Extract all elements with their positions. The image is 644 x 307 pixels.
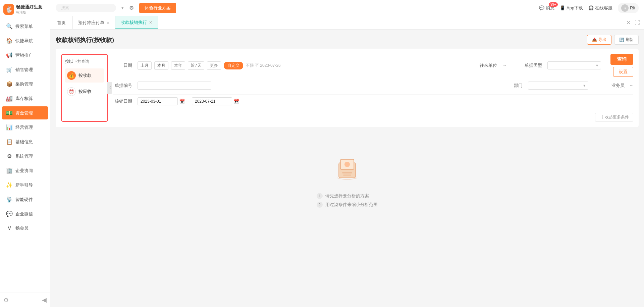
- date-btn-7days[interactable]: 近7天: [188, 61, 204, 70]
- sidebar-item-member[interactable]: V 畅会员: [0, 221, 50, 235]
- collapse-more-button[interactable]: 《 收起更多条件: [595, 113, 633, 122]
- sidebar-item-wechat[interactable]: 💬 企业微信: [0, 207, 50, 221]
- sidebar-item-label: 库存核算: [15, 96, 33, 102]
- receipt-icon: 💰: [67, 71, 76, 80]
- query-type-by-receipt[interactable]: 💰 按收款: [65, 68, 104, 83]
- sidebar-item-label: 基础信息: [15, 139, 33, 145]
- date-btn-last-month[interactable]: 上月: [138, 61, 152, 70]
- user-name: Rit: [630, 5, 635, 10]
- page-actions: 📤 导出 🔄 刷新: [587, 35, 639, 45]
- export-label: 导出: [598, 37, 606, 43]
- tab-prepay[interactable]: 预付冲应付单 ✕: [73, 16, 115, 29]
- collapse-sidebar-icon[interactable]: ◀: [42, 296, 47, 304]
- app-icon: 📱: [560, 5, 565, 10]
- date-btn-this-year[interactable]: 本年: [171, 61, 185, 70]
- tab-collection-verify[interactable]: 收款核销执行 ✕: [115, 16, 158, 29]
- logo-text: 畅捷通好生意 标准版: [16, 4, 42, 14]
- staff-label: 业务员: [606, 83, 625, 89]
- date-label: 日期: [113, 62, 132, 68]
- dept-select[interactable]: ▾: [528, 82, 588, 90]
- enterprise-icon: 🏢: [6, 167, 13, 174]
- home-icon: 🏠: [6, 38, 13, 44]
- collapse-more-label: 收起更多条件: [605, 114, 629, 120]
- sidebar-item-label: 经营管理: [15, 124, 33, 131]
- logo-sub-text: 标准版: [16, 10, 42, 14]
- sidebar-item-marketing[interactable]: 📢 营销推广: [0, 48, 50, 62]
- sidebar-item-quicknav[interactable]: 🏠 快捷导航: [0, 34, 50, 48]
- settings-icon[interactable]: ⚙: [3, 296, 9, 304]
- date-separator: —: [186, 99, 191, 104]
- verify-date-from-calendar-icon[interactable]: 📅: [179, 99, 185, 104]
- sidebar-item-system[interactable]: ⚙ 系统管理: [0, 149, 50, 163]
- sidebar-item-guide[interactable]: ✨ 新手引导: [0, 178, 50, 192]
- tab-home[interactable]: 首页: [50, 16, 73, 29]
- user-profile[interactable]: R Rit: [618, 3, 639, 13]
- date-btn-custom[interactable]: 自定义: [224, 62, 243, 69]
- settings-button[interactable]: 设置: [613, 67, 633, 77]
- online-service-link[interactable]: 🎧 在线客服: [588, 5, 612, 11]
- tab-close-all-icon[interactable]: ✕: [626, 19, 631, 26]
- export-button[interactable]: 📤 导出: [587, 35, 611, 45]
- tab-prepay-close[interactable]: ✕: [106, 20, 110, 25]
- filter-area: 按以下方查询 💰 按收款 ⏰ 按应收 《 日期 上月 本月: [56, 49, 639, 127]
- sidebar-item-hardware[interactable]: 📡 智能硬件: [0, 192, 50, 207]
- sidebar-item-label: 系统管理: [15, 153, 33, 159]
- filter-row-2: 单据编号 部门 ▾ 业务员 ···: [113, 82, 633, 90]
- search-icon: 🔍: [6, 23, 13, 30]
- date-btn-this-month[interactable]: 本月: [154, 61, 168, 70]
- app-logo: 🐇 畅捷通好生意 标准版: [0, 0, 50, 19]
- message-icon: 💬: [539, 5, 544, 10]
- doc-no-input[interactable]: [138, 82, 211, 90]
- verify-date-to-input[interactable]: [192, 97, 232, 105]
- empty-state: 1 请先选择要分析的方案 2 用过滤条件来缩小分析范围: [56, 133, 639, 228]
- date-limit-text: 不限 至 2023-07-26: [246, 63, 281, 68]
- dept-chevron: ▾: [583, 83, 585, 88]
- purchase-icon: 📦: [6, 81, 13, 87]
- tip-number-1: 1: [317, 193, 323, 199]
- messages-badge[interactable]: 💬 消息 99+: [539, 5, 554, 11]
- sidebar-item-label: 企业协同: [15, 168, 33, 174]
- query-type-by-receivable[interactable]: ⏰ 按应收: [65, 85, 104, 99]
- app-download-link[interactable]: 📱 App下载: [560, 5, 583, 11]
- sidebar-item-inventory[interactable]: 🏭 库存核算: [0, 91, 50, 106]
- query-type-title: 按以下方查询: [65, 59, 104, 64]
- tab-expand-icon[interactable]: ⛶: [635, 20, 640, 26]
- main-area: 搜索 ▾ ⚙ 体验行业方案 💬 消息 99+ 📱 App下载 🎧 在线客服 R …: [50, 0, 644, 307]
- sidebar-item-finance[interactable]: 💵 资金管理: [2, 106, 48, 119]
- sidebar-item-label: 企业微信: [15, 211, 33, 217]
- search-placeholder: 搜索: [61, 5, 69, 10]
- doc-type-select[interactable]: ▾: [547, 61, 601, 69]
- empty-tips: 1 请先选择要分析的方案 2 用过滤条件来缩小分析范围: [317, 193, 378, 208]
- tab-collection-verify-label: 收款核销执行: [121, 19, 147, 25]
- sidebar-item-search[interactable]: 🔍 搜索菜单: [0, 19, 50, 34]
- tab-bar-right: ✕ ⛶: [626, 16, 644, 29]
- sidebar-item-sales[interactable]: 🛒 销售管理: [0, 62, 50, 77]
- counterpart-ellipsis[interactable]: ···: [502, 62, 506, 68]
- sales-icon: 🛒: [6, 66, 13, 73]
- basic-info-icon: 📋: [6, 139, 13, 145]
- filter-form: 日期 上月 本月 本年 近7天 更多 自定义 不限 至 2023-07-26 往…: [113, 54, 633, 122]
- svg-rect-4: [343, 174, 351, 176]
- date-btn-more[interactable]: 更多: [207, 61, 221, 70]
- sidebar-item-enterprise[interactable]: 🏢 企业协同: [0, 163, 50, 178]
- gear-icon[interactable]: ⚙: [129, 5, 134, 11]
- guide-icon: ✨: [6, 182, 13, 188]
- industry-solution-button[interactable]: 体验行业方案: [139, 3, 176, 13]
- staff-ellipsis[interactable]: ···: [630, 83, 633, 89]
- sidebar-item-basic-info[interactable]: 📋 基础信息: [0, 135, 50, 149]
- refresh-button[interactable]: 🔄 刷新: [614, 35, 639, 45]
- tip-text-1: 请先选择要分析的方案: [325, 193, 369, 199]
- collapse-more-icon: 《: [599, 114, 603, 120]
- service-icon: 🎧: [588, 5, 594, 10]
- export-icon: 📤: [592, 38, 597, 42]
- sidebar-item-management[interactable]: 📊 经营管理: [0, 120, 50, 135]
- tab-collection-verify-close[interactable]: ✕: [149, 20, 152, 25]
- verify-date-to-calendar-icon[interactable]: 📅: [233, 99, 239, 104]
- verify-date-from-input[interactable]: [138, 97, 178, 105]
- sidebar-item-purchase[interactable]: 📦 采购管理: [0, 77, 50, 91]
- sidebar-item-label: 销售管理: [15, 67, 33, 73]
- sidebar-item-label: 搜索菜单: [15, 23, 33, 30]
- page-title: 收款核销执行(按收款): [56, 36, 114, 44]
- panel-collapse-button[interactable]: 《: [107, 82, 112, 94]
- query-button[interactable]: 查询: [610, 54, 633, 65]
